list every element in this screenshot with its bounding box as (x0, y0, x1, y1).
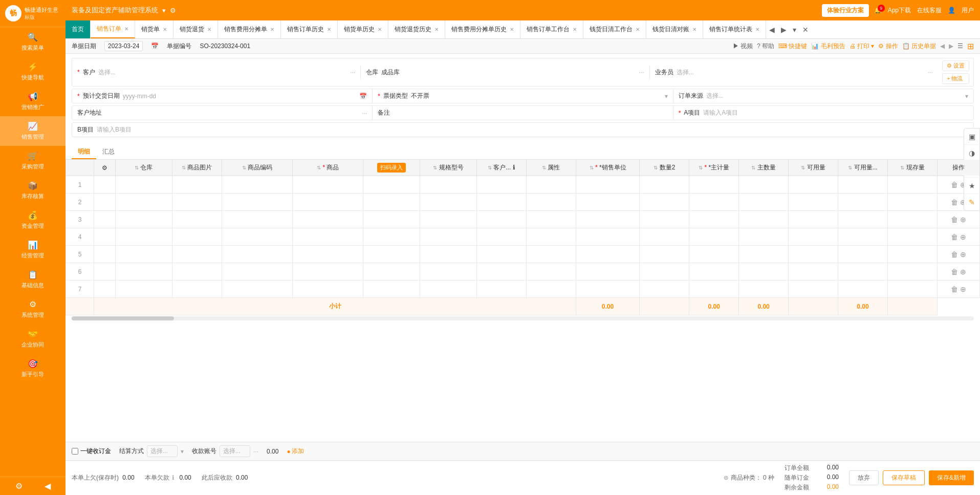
tab-menu-btn[interactable]: ▾ (790, 20, 799, 38)
tab-return[interactable]: 销货退货 ✕ (173, 20, 218, 38)
one-click-checkbox[interactable] (72, 448, 78, 455)
th-gear[interactable]: ⚙ (94, 160, 116, 176)
sidebar-item-system[interactable]: ⚙ 系统管理 (0, 294, 66, 324)
settings-icon[interactable]: ⚙ (15, 481, 23, 491)
grid-view-icon[interactable]: ☰ (957, 42, 963, 50)
delete-icon[interactable]: 🗑 (951, 181, 958, 189)
address-more-icon[interactable]: ··· (362, 110, 367, 117)
notification-badge[interactable]: 🔔 9 (874, 7, 882, 14)
tab-close-icon[interactable]: ✕ (510, 27, 514, 32)
dropdown-arrow[interactable]: ▾ (162, 7, 166, 14)
row-warehouse[interactable] (115, 176, 172, 193)
delete-icon[interactable]: 🗑 (951, 216, 958, 224)
salesperson-input[interactable]: 选择... (677, 68, 925, 77)
print-btn[interactable]: 🖨 打印 ▾ (850, 42, 875, 51)
sidebar-item-guide[interactable]: 🎯 新手引导 (0, 354, 66, 383)
tab-summary[interactable]: 汇总 (96, 145, 121, 159)
row-customer-code[interactable] (476, 193, 526, 211)
row-attribute[interactable] (526, 246, 576, 263)
delete-icon[interactable]: 🗑 (951, 233, 958, 241)
row-sales-unit[interactable] (576, 246, 640, 263)
row-attribute[interactable] (526, 193, 576, 211)
row-product-code[interactable] (222, 193, 292, 211)
table-row[interactable]: 7 🗑 ⊕ (66, 281, 980, 298)
tab-close-icon[interactable]: ✕ (692, 27, 696, 32)
row-sales-unit[interactable] (576, 281, 640, 298)
aproject-input[interactable]: 请输入A项目 (703, 109, 968, 117)
rfi-icon-5[interactable]: ✎ (964, 194, 979, 210)
sidebar-item-quicknav[interactable]: ⚡ 快捷导航 (0, 57, 66, 87)
row-customer-code[interactable] (476, 281, 526, 298)
row-qty2[interactable] (640, 281, 689, 298)
tab-home[interactable]: 首页 (66, 20, 91, 38)
sidebar-item-finance[interactable]: 💰 资金管理 (0, 205, 66, 235)
copy-icon[interactable]: ⊕ (960, 250, 966, 259)
table-row[interactable]: 4 🗑 ⊕ (66, 228, 980, 246)
row-main-qty[interactable] (739, 281, 789, 298)
tab-sales-slip[interactable]: 销货单 ✕ (135, 20, 173, 38)
date-value[interactable]: 2023-03-24 (104, 41, 143, 51)
row-spec[interactable] (420, 176, 477, 193)
tab-return-history[interactable]: 销货退货历史 ✕ (388, 20, 445, 38)
tab-close-icon[interactable]: ✕ (378, 27, 382, 32)
tab-close-icon[interactable]: ✕ (124, 26, 128, 32)
table-row[interactable]: 5 🗑 ⊕ (66, 246, 980, 263)
rfi-icon-2[interactable]: ◑ (964, 145, 979, 161)
row-warehouse[interactable] (115, 211, 172, 228)
row-spec[interactable] (420, 211, 477, 228)
row-product[interactable] (293, 246, 363, 263)
scrollbar-thumb[interactable] (72, 316, 174, 320)
industry-btn[interactable]: 体验行业方案 (822, 4, 869, 17)
sidebar-item-marketing[interactable]: 📢 营销推广 (0, 87, 66, 116)
row-main-qty[interactable] (739, 246, 789, 263)
row-attribute[interactable] (526, 281, 576, 298)
payment-method-select[interactable]: 选择... (147, 445, 178, 457)
sidebar-item-collab[interactable]: 🤝 企业协同 (0, 324, 66, 354)
rfi-icon-1[interactable]: ▣ (964, 128, 979, 145)
row-qty2[interactable] (640, 246, 689, 263)
tab-reconcile[interactable]: 钱货日清对账 ✕ (646, 20, 703, 38)
copy-icon[interactable]: ⊕ (960, 216, 966, 224)
delivery-calendar-icon[interactable]: 📅 (359, 93, 367, 100)
payment-dropdown-icon[interactable]: ▾ (181, 448, 184, 455)
tab-close-icon[interactable]: ✕ (573, 27, 577, 32)
table-row[interactable]: 3 🗑 ⊕ (66, 211, 980, 228)
tab-order-workbench[interactable]: 销售订单工作台 ✕ (520, 20, 583, 38)
table-row[interactable]: 1 🗑 ⊕ (66, 176, 980, 193)
row-product-code[interactable] (222, 263, 292, 281)
sidebar-item-inventory[interactable]: 📦 库存核算 (0, 176, 66, 205)
scan-button[interactable]: 扫码录入 (377, 163, 406, 173)
row-product-code[interactable] (222, 176, 292, 193)
tab-daily-workbench[interactable]: 钱货日清工作台 ✕ (583, 20, 646, 38)
nav-prev-icon[interactable]: ◀ (940, 42, 945, 50)
warehouse-value[interactable]: 成品库 (381, 68, 636, 77)
tab-close-icon[interactable]: ✕ (163, 27, 167, 32)
operation-btn[interactable]: ⚙ 操作 (878, 42, 898, 51)
sidebar-item-purchase[interactable]: 🛒 采购管理 (0, 146, 66, 176)
expand-icon[interactable]: ⊞ (967, 41, 974, 51)
account-select[interactable]: 选择... (220, 445, 250, 457)
row-sales-unit[interactable] (576, 228, 640, 246)
row-spec[interactable] (420, 281, 477, 298)
row-customer-code[interactable] (476, 228, 526, 246)
tab-prev-btn[interactable]: ◀ (766, 20, 778, 38)
settings-gear-icon[interactable]: ⚙ (170, 7, 176, 14)
table-row[interactable]: 6 🗑 ⊕ (66, 263, 980, 281)
app-download[interactable]: App下载 (888, 6, 911, 15)
logistics-btn[interactable]: + 物流 (942, 73, 969, 84)
profit-btn[interactable]: 📊 毛利预告 (811, 42, 845, 51)
order-source-input[interactable]: 选择... (706, 92, 962, 100)
row-product-code[interactable] (222, 246, 292, 263)
tab-expense-history[interactable]: 销售费用分摊单历史 ✕ (445, 20, 520, 38)
row-product-code[interactable] (222, 281, 292, 298)
sidebar-item-sales[interactable]: 📈 销售管理 (0, 116, 66, 146)
row-sales-unit[interactable] (576, 263, 640, 281)
sidebar-item-basic-info[interactable]: 📋 基础信息 (0, 265, 66, 294)
delete-icon[interactable]: 🗑 (951, 285, 958, 293)
sidebar-item-search[interactable]: 🔍 搜索菜单 (0, 27, 66, 57)
row-product[interactable] (293, 193, 363, 211)
rfi-icon-4[interactable]: ★ (964, 178, 979, 194)
row-qty2[interactable] (640, 176, 689, 193)
row-spec[interactable] (420, 228, 477, 246)
online-service[interactable]: 在线客服 (917, 6, 942, 15)
